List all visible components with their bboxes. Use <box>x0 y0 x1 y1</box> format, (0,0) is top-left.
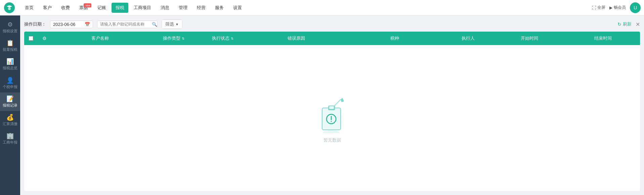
svg-point-10 <box>331 121 332 122</box>
sidebar-icon-4: 📝 <box>6 96 14 102</box>
empty-illustration <box>312 93 352 133</box>
sidebar-icon-2: 📊 <box>6 58 14 65</box>
sidebar-item-2[interactable]: 📊 报税总览 <box>0 55 20 74</box>
sidebar-icon-5: 💰 <box>6 114 14 120</box>
table-container: ⚙客户名称操作类型 ⇅执行状态 ⇅错误原因税种执行人开始时间结束时间 <box>24 32 640 191</box>
refresh-label: 刷新 <box>623 21 632 27</box>
sidebar-item-5[interactable]: 💰 汇算清缴 <box>0 111 20 129</box>
user-avatar[interactable]: U <box>630 2 641 13</box>
svg-rect-7 <box>329 106 334 109</box>
member-btn[interactable]: ▶ 畅会员 <box>609 5 626 10</box>
th-executor: 执行人 <box>444 35 493 41</box>
nav-item-服务[interactable]: 服务 <box>211 3 228 13</box>
search-input[interactable] <box>100 22 151 27</box>
search-icon: 🔍 <box>152 22 157 27</box>
nav-item-票据[interactable]: 票据new <box>75 3 92 13</box>
toolbar-right: ↻ 刷新 ✕ <box>617 21 640 28</box>
calendar-icon: 📅 <box>85 22 90 27</box>
sidebar-item-0[interactable]: ⚙ 报税设置 <box>0 18 20 37</box>
sidebar-label-4: 报税记录 <box>3 103 17 108</box>
top-nav: 首页客户收费票据new记账报税工商项目消息管理经营服务设置 ⛶ 全屏 ▶ 畅会员… <box>0 0 644 15</box>
nav-item-客户[interactable]: 客户 <box>39 3 56 13</box>
nav-item-记账[interactable]: 记账 <box>93 3 110 13</box>
sidebar-icon-3: 👤 <box>6 77 14 83</box>
sort-icon-exec_status[interactable]: ⇅ <box>231 37 233 40</box>
sidebar-item-3[interactable]: 👤 个税申报 <box>0 74 20 92</box>
sidebar-label-1: 批量报税 <box>3 47 17 52</box>
date-input[interactable] <box>53 22 83 27</box>
sidebar-item-4[interactable]: 📝 报税记录 <box>0 92 20 111</box>
th-exec_status[interactable]: 执行状态 ⇅ <box>198 35 247 41</box>
sidebar-icon-0: ⚙ <box>7 22 13 28</box>
sidebar-label-0: 报税设置 <box>3 29 17 33</box>
nav-item-首页[interactable]: 首页 <box>21 3 38 13</box>
nav-items: 首页客户收费票据new记账报税工商项目消息管理经营服务设置 <box>21 3 592 13</box>
top-right: ⛶ 全屏 ▶ 畅会员 U <box>592 2 641 13</box>
sidebar-label-6: 工商年报 <box>3 140 17 145</box>
sidebar: ⚙ 报税设置📋 批量报税📊 报税总览👤 个税申报📝 报税记录💰 汇算清缴🏢 工商… <box>0 15 20 195</box>
sidebar-label-2: 报税总览 <box>3 66 17 70</box>
sidebar-item-1[interactable]: 📋 批量报税 <box>0 37 20 55</box>
empty-state: 暂无数据 <box>24 45 640 191</box>
search-wrap[interactable]: 🔍 <box>97 21 158 28</box>
nav-item-收费[interactable]: 收费 <box>57 3 74 13</box>
nav-item-管理[interactable]: 管理 <box>175 3 191 13</box>
nav-item-工商项目[interactable]: 工商项目 <box>130 3 155 13</box>
content-area: 操作日期： 📅 🔍 筛选 ▼ ↻ 刷新 ✕ ⚙客 <box>20 15 644 195</box>
date-label: 操作日期： <box>24 21 46 27</box>
logo[interactable] <box>3 2 15 14</box>
sidebar-item-6[interactable]: 🏢 工商年报 <box>0 129 20 148</box>
nav-badge: new <box>84 3 91 8</box>
nav-item-报税[interactable]: 报税 <box>112 3 128 13</box>
sidebar-icon-6: 🏢 <box>6 133 14 139</box>
toolbar: 操作日期： 📅 🔍 筛选 ▼ ↻ 刷新 ✕ <box>24 20 640 29</box>
chevron-down-icon: ▼ <box>175 23 179 26</box>
th-checkbox <box>24 36 38 41</box>
fullscreen-label: 全屏 <box>597 5 605 10</box>
sort-icon-operation_type[interactable]: ⇅ <box>182 37 184 40</box>
refresh-button[interactable]: ↻ 刷新 <box>617 21 632 27</box>
nav-item-设置[interactable]: 设置 <box>229 3 246 13</box>
main-layout: ⚙ 报税设置📋 批量报税📊 报税总览👤 个税申报📝 报税记录💰 汇算清缴🏢 工商… <box>0 15 644 195</box>
settings-icon[interactable]: ⚙ <box>42 36 47 41</box>
sidebar-label-5: 汇算清缴 <box>3 122 17 126</box>
th-settings: ⚙ <box>38 36 51 41</box>
filter-button[interactable]: 筛选 ▼ <box>162 20 182 29</box>
nav-item-经营[interactable]: 经营 <box>193 3 210 13</box>
empty-text: 暂无数据 <box>324 137 341 143</box>
filter-label: 筛选 <box>165 21 174 27</box>
th-tax_type: 税种 <box>345 35 443 41</box>
avatar-text: U <box>634 5 637 10</box>
nav-item-消息[interactable]: 消息 <box>157 3 173 13</box>
th-start_time: 开始时间 <box>493 35 566 41</box>
svg-point-1 <box>8 7 11 10</box>
refresh-icon: ↻ <box>617 22 621 27</box>
th-error_reason: 错误原因 <box>247 35 345 41</box>
sidebar-icon-1: 📋 <box>6 40 14 46</box>
member-icon: ▶ <box>609 5 612 10</box>
date-input-wrap[interactable]: 📅 <box>50 21 93 28</box>
sidebar-label-3: 个税申报 <box>3 85 17 89</box>
select-all-checkbox[interactable] <box>29 36 33 41</box>
svg-point-11 <box>323 130 340 133</box>
close-button[interactable]: ✕ <box>636 21 640 28</box>
member-label: 畅会员 <box>614 5 626 10</box>
fullscreen-icon: ⛶ <box>592 5 596 10</box>
svg-marker-3 <box>341 98 344 102</box>
th-operation_type[interactable]: 操作类型 ⇅ <box>149 35 198 41</box>
fullscreen-btn[interactable]: ⛶ 全屏 <box>592 5 605 10</box>
table-header: ⚙客户名称操作类型 ⇅执行状态 ⇅错误原因税种执行人开始时间结束时间 <box>24 32 640 45</box>
th-customer_name: 客户名称 <box>51 35 149 41</box>
th-end_time: 结束时间 <box>566 35 640 41</box>
